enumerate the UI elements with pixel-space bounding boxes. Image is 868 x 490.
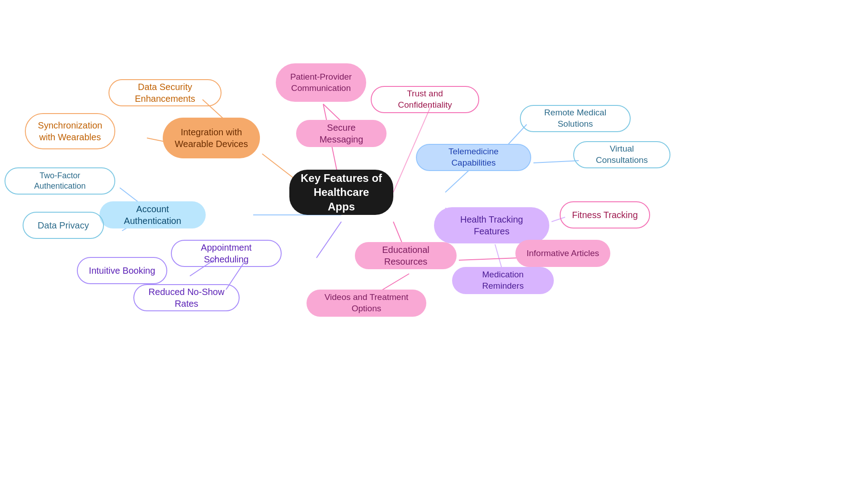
two-factor-node: Two-Factor Authentication xyxy=(5,167,115,195)
secure-messaging-node: Secure Messaging xyxy=(296,120,387,147)
videos-options-node: Videos and Treatment Options xyxy=(307,290,426,317)
telemedicine-node: Telemedicine Capabilities xyxy=(416,144,531,171)
fitness-tracking-node: Fitness Tracking xyxy=(560,201,650,228)
patient-provider-node: Patient-Provider Communication xyxy=(276,63,366,102)
data-privacy-node: Data Privacy xyxy=(23,212,104,239)
svg-line-6 xyxy=(316,222,341,258)
virtual-consult-node: Virtual Consultations xyxy=(573,141,670,168)
medication-reminders-node: Medication Reminders xyxy=(452,267,554,294)
trust-confidentiality-node: Trust and Confidentiality xyxy=(371,86,479,113)
reduced-noshow-node: Reduced No-Show Rates xyxy=(133,284,240,311)
integration-wearable-node: Integration with Wearable Devices xyxy=(163,118,260,158)
educational-resources-node: Educational Resources xyxy=(355,242,457,269)
remote-medical-node: Remote Medical Solutions xyxy=(520,105,631,132)
health-tracking-node: Health Tracking Features xyxy=(434,207,549,243)
account-auth-node: Account Authentication xyxy=(99,201,206,228)
sync-wearables-node: Synchronization with Wearables xyxy=(25,113,115,149)
svg-line-19 xyxy=(459,258,518,260)
informative-articles-node: Informative Articles xyxy=(515,240,610,267)
intuitive-booking-node: Intuitive Booking xyxy=(77,257,167,284)
appointment-scheduling-node: Appointment Scheduling xyxy=(171,240,282,267)
center-node: Key Features of Healthcare Apps xyxy=(289,170,393,215)
svg-line-13 xyxy=(533,161,579,163)
data-security-node: Data Security Enhancements xyxy=(108,79,222,106)
